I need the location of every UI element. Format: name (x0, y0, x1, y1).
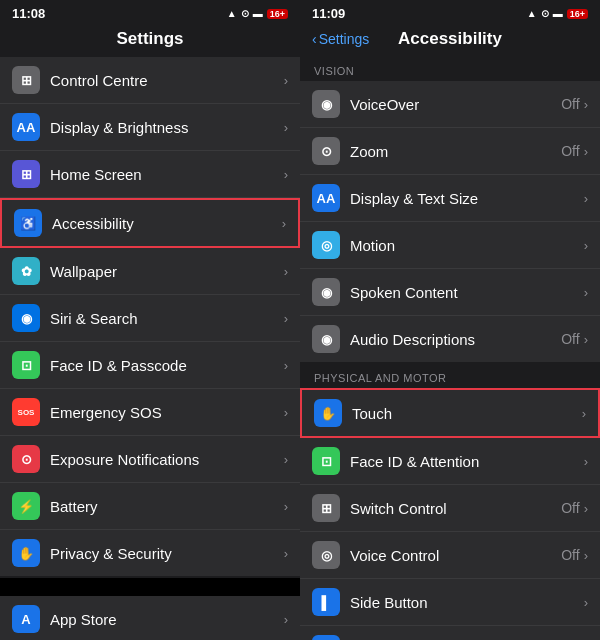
vision-section-label: VISION (300, 57, 600, 81)
vision-group: ◉ VoiceOver Off › ⊙ Zoom Off › AA Displa… (300, 81, 600, 362)
home-screen-label: Home Screen (50, 166, 284, 183)
wallpaper-label: Wallpaper (50, 263, 284, 280)
chevron-right-icon: › (584, 548, 588, 563)
battery-icon: ▬ (253, 8, 263, 19)
settings-item-motion[interactable]: ◎ Motion › (300, 222, 600, 269)
signal-icon: ▲ (527, 8, 537, 19)
battery-icon: ▬ (553, 8, 563, 19)
chevron-right-icon: › (284, 452, 288, 467)
battery-icon: ⚡ (12, 492, 40, 520)
left-panel: 11:08 ▲ ⊙ ▬ 16+ Settings ⊞ Control Centr… (0, 0, 300, 640)
wifi-icon: ⊙ (541, 8, 549, 19)
emergency-sos-label: Emergency SOS (50, 404, 284, 421)
display-brightness-label: Display & Brightness (50, 119, 284, 136)
settings-item-control-nearby[interactable]: ⊙ Control Nearby Devices › (300, 626, 600, 640)
physical-section-label: PHYSICAL AND MOTOR (300, 364, 600, 388)
voiceover-icon: ◉ (312, 90, 340, 118)
face-id-attention-label: Face ID & Attention (350, 453, 584, 470)
zoom-icon: ⊙ (312, 137, 340, 165)
back-button[interactable]: ‹ Settings (312, 31, 369, 47)
chevron-right-icon: › (284, 120, 288, 135)
settings-item-voice-control[interactable]: ◎ Voice Control Off › (300, 532, 600, 579)
motion-icon: ◎ (312, 231, 340, 259)
motion-label: Motion (350, 237, 584, 254)
right-title: Accessibility (398, 29, 502, 49)
settings-item-emergency-sos[interactable]: SOS Emergency SOS › (0, 389, 300, 436)
accessibility-icon: ♿ (14, 209, 42, 237)
chevron-right-icon: › (584, 191, 588, 206)
settings-item-side-button[interactable]: ▌ Side Button › (300, 579, 600, 626)
settings-item-exposure-notifications[interactable]: ⊙ Exposure Notifications › (0, 436, 300, 483)
settings-item-zoom[interactable]: ⊙ Zoom Off › (300, 128, 600, 175)
touch-icon: ✋ (314, 399, 342, 427)
chevron-right-icon: › (584, 595, 588, 610)
chevron-right-icon: › (284, 499, 288, 514)
right-status-icons: ▲ ⊙ ▬ 16+ (527, 8, 588, 19)
back-label[interactable]: Settings (319, 31, 370, 47)
voice-control-label: Voice Control (350, 547, 561, 564)
switch-control-icon: ⊞ (312, 494, 340, 522)
voiceover-value: Off (561, 96, 579, 112)
face-id-passcode-label: Face ID & Passcode (50, 357, 284, 374)
settings-item-voiceover[interactable]: ◉ VoiceOver Off › (300, 81, 600, 128)
chevron-right-icon: › (584, 501, 588, 516)
privacy-security-label: Privacy & Security (50, 545, 284, 562)
chevron-right-icon: › (284, 358, 288, 373)
siri-search-icon: ◉ (12, 304, 40, 332)
settings-item-audio-descriptions[interactable]: ◉ Audio Descriptions Off › (300, 316, 600, 362)
settings-item-privacy-security[interactable]: ✋ Privacy & Security › (0, 530, 300, 576)
spoken-content-label: Spoken Content (350, 284, 584, 301)
right-time: 11:09 (312, 6, 345, 21)
settings-item-face-id-attention[interactable]: ⊡ Face ID & Attention › (300, 438, 600, 485)
chevron-right-icon: › (584, 238, 588, 253)
voice-control-value: Off (561, 547, 579, 563)
right-panel: 11:09 ▲ ⊙ ▬ 16+ ‹ Settings Accessibility… (300, 0, 600, 640)
switch-control-value: Off (561, 500, 579, 516)
side-button-icon: ▌ (312, 588, 340, 616)
chevron-right-icon: › (584, 97, 588, 112)
left-nav-bar: Settings (0, 25, 300, 57)
settings-item-accessibility[interactable]: ♿ Accessibility › (0, 198, 300, 248)
touch-label: Touch (352, 405, 582, 422)
home-screen-icon: ⊞ (12, 160, 40, 188)
settings-item-switch-control[interactable]: ⊞ Switch Control Off › (300, 485, 600, 532)
chevron-right-icon: › (284, 73, 288, 88)
chevron-right-icon: › (284, 264, 288, 279)
settings-item-face-id-passcode[interactable]: ⊡ Face ID & Passcode › (0, 342, 300, 389)
settings-item-siri-search[interactable]: ◉ Siri & Search › (0, 295, 300, 342)
accessibility-label: Accessibility (52, 215, 282, 232)
right-settings-list: VISION ◉ VoiceOver Off › ⊙ Zoom Off › AA… (300, 57, 600, 640)
left-time: 11:08 (12, 6, 45, 21)
wallpaper-icon: ✿ (12, 257, 40, 285)
voiceover-label: VoiceOver (350, 96, 561, 113)
settings-item-home-screen[interactable]: ⊞ Home Screen › (0, 151, 300, 198)
exposure-notifications-label: Exposure Notifications (50, 451, 284, 468)
chevron-left-icon: ‹ (312, 31, 317, 47)
chevron-right-icon: › (284, 311, 288, 326)
chevron-right-icon: › (584, 144, 588, 159)
left-title: Settings (116, 29, 183, 49)
age-badge: 16+ (567, 9, 588, 19)
settings-item-touch[interactable]: ✋ Touch › (300, 388, 600, 438)
settings-item-display-brightness[interactable]: AA Display & Brightness › (0, 104, 300, 151)
settings-item-spoken-content[interactable]: ◉ Spoken Content › (300, 269, 600, 316)
right-nav-bar: ‹ Settings Accessibility (300, 25, 600, 57)
settings-item-wallpaper[interactable]: ✿ Wallpaper › (0, 248, 300, 295)
left-divider (0, 578, 300, 596)
chevron-right-icon: › (582, 406, 586, 421)
chevron-right-icon: › (284, 405, 288, 420)
settings-item-app-store[interactable]: A App Store › (0, 596, 300, 640)
settings-item-control-centre[interactable]: ⊞ Control Centre › (0, 57, 300, 104)
audio-descriptions-label: Audio Descriptions (350, 331, 561, 348)
signal-icon: ▲ (227, 8, 237, 19)
emergency-sos-icon: SOS (12, 398, 40, 426)
chevron-right-icon: › (284, 546, 288, 561)
control-nearby-icon: ⊙ (312, 635, 340, 640)
left-status-icons: ▲ ⊙ ▬ 16+ (227, 8, 288, 19)
app-store-label: App Store (50, 611, 284, 628)
siri-search-label: Siri & Search (50, 310, 284, 327)
settings-item-battery[interactable]: ⚡ Battery › (0, 483, 300, 530)
chevron-right-icon: › (284, 612, 288, 627)
face-id-attention-icon: ⊡ (312, 447, 340, 475)
settings-item-display-text[interactable]: AA Display & Text Size › (300, 175, 600, 222)
